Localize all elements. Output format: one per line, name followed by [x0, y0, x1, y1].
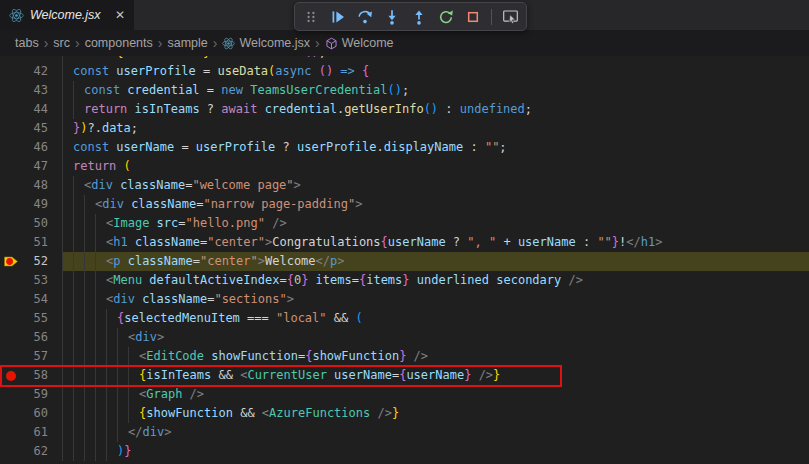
- line-number[interactable]: 49: [22, 195, 48, 214]
- code-text[interactable]: {selectedMenuItem === "local" && (: [62, 309, 809, 328]
- glyph-margin[interactable]: [0, 100, 22, 119]
- glyph-margin[interactable]: [0, 214, 22, 233]
- code-text[interactable]: return isInTeams ? await credential.getU…: [62, 100, 809, 119]
- code-line-54: 54 <div className="sections">: [0, 290, 809, 309]
- code-text[interactable]: {showFunction && <AzureFunctions />}: [62, 404, 809, 423]
- code-text[interactable]: const userProfile = useData(async () => …: [62, 62, 809, 81]
- line-number[interactable]: 62: [22, 442, 48, 461]
- code-line-59: 59 <Graph />: [0, 385, 809, 404]
- line-number[interactable]: 56: [22, 328, 48, 347]
- line-number[interactable]: 57: [22, 347, 48, 366]
- glyph-margin[interactable]: [0, 157, 22, 176]
- breakpoint-icon[interactable]: [0, 366, 22, 385]
- glyph-margin[interactable]: [0, 404, 22, 423]
- debug-current-line-arrow-icon[interactable]: [0, 252, 22, 271]
- code-line-61: 61 </div>: [0, 423, 809, 442]
- glyph-margin[interactable]: [0, 119, 22, 138]
- line-number[interactable]: 53: [22, 271, 48, 290]
- line-number[interactable]: 46: [22, 138, 48, 157]
- line-number[interactable]: 61: [22, 423, 48, 442]
- code-lines: 41 const { isInTeams } = useTeamsFx();42…: [0, 56, 809, 461]
- code-line-60: 60 {showFunction && <AzureFunctions />}: [0, 404, 809, 423]
- line-number[interactable]: 55: [22, 309, 48, 328]
- glyph-margin[interactable]: [0, 290, 22, 309]
- tab-title: Welcome.jsx: [30, 8, 101, 22]
- code-line-57: 57 <EditCode showFunction={showFunction}…: [0, 347, 809, 366]
- gripper-icon[interactable]: [302, 8, 320, 26]
- line-number[interactable]: 60: [22, 404, 48, 423]
- code-text[interactable]: </div>: [62, 423, 809, 442]
- line-number[interactable]: 48: [22, 176, 48, 195]
- code-text[interactable]: })?.data;: [62, 119, 809, 138]
- tab-welcome-jsx[interactable]: Welcome.jsx ✕: [0, 0, 134, 30]
- line-number[interactable]: 50: [22, 214, 48, 233]
- debug-step-out-button[interactable]: [410, 8, 428, 26]
- code-line-45: 45 })?.data;: [0, 119, 809, 138]
- line-number[interactable]: 42: [22, 62, 48, 81]
- glyph-margin[interactable]: [0, 81, 22, 100]
- code-text[interactable]: <div>: [62, 328, 809, 347]
- code-text[interactable]: <EditCode showFunction={showFunction} />: [62, 347, 809, 366]
- code-text[interactable]: <h1 className="center">Congratulations{u…: [62, 233, 809, 252]
- code-text[interactable]: <Menu defaultActiveIndex={0} items={item…: [62, 271, 809, 290]
- line-number[interactable]: 43: [22, 81, 48, 100]
- code-text[interactable]: )}: [62, 442, 809, 461]
- debug-continue-button[interactable]: [329, 8, 347, 26]
- line-number[interactable]: 54: [22, 290, 48, 309]
- vscode-window: Welcome.jsx ✕: [0, 0, 809, 464]
- code-line-48: 48 <div className="welcome page">: [0, 176, 809, 195]
- line-number[interactable]: 58: [22, 366, 48, 385]
- code-text[interactable]: <p className="center">Welcome</p>: [62, 252, 809, 271]
- toolbar-separator: [491, 9, 492, 25]
- glyph-margin[interactable]: [0, 62, 22, 81]
- glyph-margin[interactable]: [0, 347, 22, 366]
- code-line-55: 55 {selectedMenuItem === "local" && (: [0, 309, 809, 328]
- glyph-margin[interactable]: [0, 328, 22, 347]
- glyph-margin[interactable]: [0, 195, 22, 214]
- glyph-margin[interactable]: [0, 385, 22, 404]
- line-number[interactable]: 47: [22, 157, 48, 176]
- breadcrumb-item-tabs[interactable]: tabs: [15, 36, 39, 50]
- code-text[interactable]: <div className="welcome page">: [62, 176, 809, 195]
- code-text[interactable]: <div className="sections">: [62, 290, 809, 309]
- code-line-43: 43 const credential = new TeamsUserCrede…: [0, 81, 809, 100]
- symbol-module-cube-icon: [325, 37, 338, 50]
- glyph-margin[interactable]: [0, 176, 22, 195]
- close-icon[interactable]: ✕: [115, 9, 125, 21]
- code-line-51: 51 <h1 className="center">Congratulation…: [0, 233, 809, 252]
- glyph-margin[interactable]: [0, 271, 22, 290]
- breadcrumb-item-welcome-jsx[interactable]: Welcome.jsx: [222, 36, 310, 50]
- code-text[interactable]: <div className="narrow page-padding">: [62, 195, 809, 214]
- line-number[interactable]: 51: [22, 233, 48, 252]
- code-text[interactable]: return (: [62, 157, 809, 176]
- glyph-margin[interactable]: [0, 309, 22, 328]
- line-number[interactable]: 59: [22, 385, 48, 404]
- glyph-margin[interactable]: [0, 423, 22, 442]
- code-text[interactable]: <Graph />: [62, 385, 809, 404]
- code-line-53: 53 <Menu defaultActiveIndex={0} items={i…: [0, 271, 809, 290]
- glyph-margin[interactable]: [0, 233, 22, 252]
- code-text[interactable]: <Image src="hello.png" />: [62, 214, 809, 233]
- chevron-right-icon: ›: [74, 35, 81, 51]
- line-number[interactable]: 45: [22, 119, 48, 138]
- glyph-margin[interactable]: [0, 138, 22, 157]
- glyph-margin[interactable]: [0, 442, 22, 461]
- debug-step-over-button[interactable]: [356, 8, 374, 26]
- debug-step-into-button[interactable]: [383, 8, 401, 26]
- line-number[interactable]: 44: [22, 100, 48, 119]
- code-text[interactable]: {isInTeams && <CurrentUser userName={use…: [62, 366, 809, 385]
- debug-toolbar: [294, 2, 527, 31]
- cursor-in-box-icon[interactable]: [501, 8, 519, 26]
- code-text[interactable]: const credential = new TeamsUserCredenti…: [62, 81, 809, 100]
- chevron-right-icon: ›: [212, 35, 219, 51]
- code-text[interactable]: const userName = userProfile ? userProfi…: [62, 138, 809, 157]
- breadcrumb-item-sample[interactable]: sample: [167, 36, 207, 50]
- breadcrumb-item-welcome-symbol[interactable]: Welcome: [325, 36, 394, 50]
- code-line-58: 58 {isInTeams && <CurrentUser userName={…: [0, 366, 809, 385]
- debug-stop-button[interactable]: [464, 8, 482, 26]
- breadcrumb-item-src[interactable]: src: [53, 36, 70, 50]
- code-editor[interactable]: 41 const { isInTeams } = useTeamsFx();42…: [0, 56, 809, 464]
- line-number[interactable]: 52: [22, 252, 48, 271]
- debug-restart-button[interactable]: [437, 8, 455, 26]
- breadcrumb-item-components[interactable]: components: [85, 36, 153, 50]
